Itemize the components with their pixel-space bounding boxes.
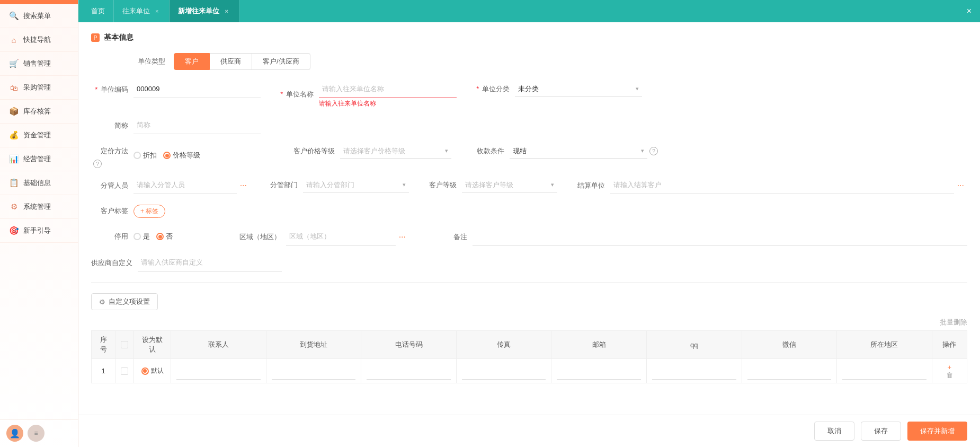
custom-settings-label: 自定义项设置 [109, 297, 150, 306]
chevron-down-icon: ▾ [636, 85, 639, 92]
sidebar-top-bar [0, 0, 78, 4]
save-new-button[interactable]: 保存并新增 [907, 422, 967, 441]
row-default-radio[interactable]: 默认 [139, 366, 165, 375]
cell-address [266, 359, 361, 383]
wechat-input[interactable] [747, 362, 832, 380]
delete-row-btn[interactable]: 🗑 [943, 370, 956, 380]
payment-condition-select[interactable]: 现结 ▾ [510, 144, 647, 159]
manager-input[interactable] [133, 177, 237, 194]
add-tag-button[interactable]: + 标签 [133, 205, 165, 218]
unit-type-customer-btn[interactable]: 客户 [174, 53, 210, 70]
cancel-button[interactable]: 取消 [814, 422, 854, 441]
section-header: P 基本信息 [91, 33, 967, 42]
sidebar-item-finance[interactable]: 💰 资金管理 [0, 124, 78, 147]
chevron-down-icon: ▾ [551, 181, 554, 188]
settlement-label: 结算单位 [568, 177, 610, 194]
sidebar-item-guide[interactable]: 🎯 新手引导 [0, 219, 78, 243]
user-avatar[interactable]: 👤 [6, 425, 23, 442]
disabled-no-option[interactable]: 否 [156, 232, 173, 241]
unit-type-supplier-btn[interactable]: 供应商 [210, 53, 252, 70]
pricing-price-level-option[interactable]: 价格等级 [163, 151, 200, 160]
dept-select[interactable]: 请输入分管部门 ▾ [303, 178, 409, 192]
payment-condition-field: 收款条件 现结 ▾ ? [467, 143, 658, 160]
name-input[interactable] [319, 81, 457, 98]
customer-price-level-select[interactable]: 请选择客户价格等级 ▾ [340, 144, 451, 159]
fax-input[interactable] [462, 362, 546, 380]
custom-settings-button[interactable]: ⚙ 自定义项设置 [91, 293, 158, 310]
cell-checkbox [115, 359, 134, 383]
sidebar-item-label: 快捷导航 [23, 35, 51, 45]
manager-more-btn[interactable]: ··· [237, 177, 250, 194]
code-input[interactable] [133, 81, 261, 98]
default-radio-circle[interactable] [141, 367, 149, 375]
bag-icon: 🛍 [8, 82, 19, 93]
pricing-help-icon[interactable]: ? [93, 160, 102, 168]
settlement-more-btn[interactable]: ··· [954, 177, 967, 194]
abbr-input[interactable] [133, 117, 261, 134]
settlement-input[interactable] [610, 177, 954, 194]
col-checkbox [115, 331, 134, 359]
disabled-no-radio[interactable] [156, 233, 164, 240]
col-region: 所在地区 [837, 331, 932, 359]
pricing-price-level-radio[interactable] [163, 152, 171, 159]
row-region-input[interactable] [842, 362, 926, 380]
qq-input[interactable] [652, 362, 736, 380]
tab-new-unit-close[interactable]: × [222, 7, 230, 15]
save-button[interactable]: 保存 [861, 422, 901, 441]
form-row-2: 简称 [91, 117, 967, 134]
payment-help-icon[interactable]: ? [649, 147, 658, 155]
chevron-down-icon: ▾ [641, 147, 644, 154]
tab-new-unit[interactable]: 新增往来单位 × [170, 0, 239, 22]
remark-field: 备注 [430, 228, 967, 246]
cell-wechat [742, 359, 837, 383]
disabled-yes-option[interactable]: 是 [133, 232, 150, 241]
select-all-checkbox[interactable] [121, 341, 128, 348]
sidebar-item-purchase[interactable]: 🛍 采购管理 [0, 76, 78, 100]
settings-btn[interactable]: ≡ [28, 425, 44, 442]
clipboard-icon: 📋 [8, 178, 19, 188]
sidebar-item-quick-nav[interactable]: ⌂ 快捷导航 [0, 28, 78, 52]
cell-action: + 🗑 [932, 359, 967, 383]
email-input[interactable] [557, 362, 641, 380]
name-error-text: 请输入往来单位名称 [319, 99, 457, 108]
address-input[interactable] [272, 362, 356, 380]
unit-type-both-btn[interactable]: 客户/供应商 [252, 53, 310, 70]
sidebar-item-base-info[interactable]: 📋 基础信息 [0, 171, 78, 195]
customer-price-level-field: 客户价格等级 请选择客户价格等级 ▾ [292, 143, 451, 160]
tags-label: 客户标签 [91, 203, 133, 220]
tab-home[interactable]: 首页 [83, 0, 114, 22]
sidebar-item-system[interactable]: ⚙ 系统管理 [0, 195, 78, 219]
sidebar-item-label: 库存核算 [23, 107, 51, 116]
customer-level-placeholder: 请选择客户等级 [465, 180, 551, 190]
pricing-discount-option[interactable]: 折扣 [133, 151, 157, 160]
sidebar-item-label: 搜索菜单 [23, 11, 51, 21]
pricing-discount-radio[interactable] [133, 152, 141, 159]
col-email: 邮箱 [551, 331, 647, 359]
region-input[interactable] [286, 228, 396, 246]
batch-delete-btn[interactable]: 批量删除 [940, 318, 967, 326]
dept-placeholder: 请输入分管部门 [306, 180, 403, 190]
chevron-down-icon: ▾ [403, 181, 406, 188]
name-label: * 单位名称 [277, 86, 319, 103]
col-action: 操作 [932, 331, 967, 359]
sidebar-item-sales[interactable]: 🛒 销售管理 [0, 52, 78, 76]
tab-units[interactable]: 往来单位 × [114, 0, 170, 22]
dept-label: 分管部门 [261, 177, 303, 194]
section-icon: P [91, 33, 100, 42]
phone-input[interactable] [367, 362, 451, 380]
sidebar-item-inventory[interactable]: 📦 库存核算 [0, 100, 78, 124]
remark-input[interactable] [473, 228, 967, 246]
supplier-custom-input[interactable] [138, 254, 282, 271]
tab-units-close[interactable]: × [153, 7, 161, 15]
sidebar-item-operations[interactable]: 📊 经营管理 [0, 147, 78, 171]
row-checkbox[interactable] [121, 367, 128, 375]
customer-level-select[interactable]: 请选择客户等级 ▾ [462, 178, 557, 192]
region-more-btn[interactable]: ··· [396, 229, 409, 246]
category-select[interactable]: 未分类 ▾ [515, 82, 642, 97]
contact-input[interactable] [176, 362, 261, 380]
contacts-table: 序号 设为默认 联系人 到货地址 电话号码 传真 邮箱 qq 微信 所在地区 [91, 330, 967, 383]
tabbar-close-btn[interactable]: × [963, 4, 976, 18]
sidebar-item-search[interactable]: 🔍 搜索菜单 [0, 4, 78, 28]
pricing-field: 定价方法 ? 折扣 价格等级 [91, 143, 282, 168]
disabled-yes-radio[interactable] [133, 233, 141, 240]
